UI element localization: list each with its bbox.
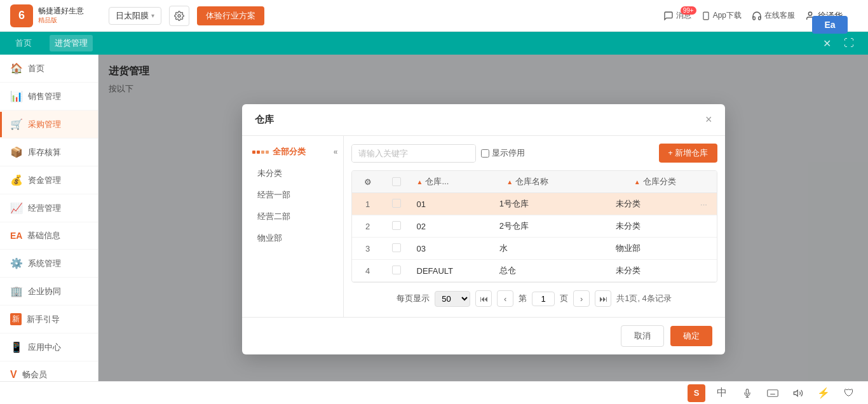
row-check-3[interactable] (384, 238, 409, 259)
sidebar-item-system[interactable]: ⚙️ 系统管理 (0, 250, 98, 278)
settings-icon-btn[interactable] (169, 6, 189, 26)
sidebar-item-guide[interactable]: 新 新手引导 (0, 306, 98, 333)
row-code-1: 01 (409, 194, 492, 214)
cancel-button[interactable]: 取消 (621, 325, 664, 347)
next-page-btn[interactable]: › (573, 290, 590, 307)
confirm-button[interactable]: 确定 (670, 326, 712, 346)
table-toolbar: 🔍 显示停用 + 新增仓库 (351, 144, 717, 163)
online-service-btn[interactable]: 在线客服 (752, 10, 795, 21)
page-total: 共1页, 4条记录 (616, 293, 672, 304)
modal-close-icon[interactable]: × (705, 113, 712, 126)
keyboard-icon[interactable] (764, 384, 782, 402)
mic-icon[interactable] (738, 384, 756, 402)
prev-page-btn[interactable]: ‹ (497, 290, 513, 307)
category-item-1[interactable]: 经营一部 (242, 184, 343, 206)
power-icon[interactable]: ⚡ (815, 384, 832, 402)
category-item-0[interactable]: 未分类 (242, 163, 343, 184)
sub-header: 首页 进货管理 ✕ ⛶ (0, 32, 868, 55)
table-row[interactable]: 3 03 水 物业部 (352, 238, 717, 260)
row-actions-4[interactable] (691, 266, 716, 276)
row-category-1: 未分类 (608, 193, 691, 215)
search-box: 🔍 (351, 144, 477, 163)
row-check-1[interactable] (384, 194, 409, 215)
row-actions-2[interactable] (691, 221, 716, 231)
try-industry-btn[interactable]: 体验行业方案 (197, 6, 264, 25)
row-actions-1[interactable]: ··· (691, 194, 716, 214)
sidebar-item-purchase[interactable]: 🛒 采购管理 (0, 111, 98, 138)
category-item-3[interactable]: 物业部 (242, 227, 343, 249)
guide-icon: 新 (10, 313, 22, 325)
first-page-btn[interactable]: ⏮ (475, 290, 492, 307)
header-center: 日太阳膜 ▾ 体验行业方案 (109, 6, 663, 26)
category-dots-icon (252, 151, 269, 154)
message-btn[interactable]: 消息 99+ (663, 10, 691, 21)
system-icon: ⚙️ (10, 257, 23, 269)
sidebar-label-system: 系统管理 (28, 258, 61, 269)
modal-backdrop: 仓库 × 全部分类 « (98, 55, 868, 404)
row-checkbox-1[interactable] (392, 199, 401, 208)
sidebar-label-guide: 新手引导 (27, 314, 60, 325)
sidebar-label-enterprise: 企业协同 (28, 286, 61, 297)
row-category-4: 未分类 (608, 260, 691, 281)
select-all-checkbox[interactable] (392, 177, 401, 186)
sidebar-item-sales[interactable]: 📊 销售管理 (0, 83, 98, 111)
row-more-icon-1[interactable]: ··· (700, 199, 707, 209)
search-icon[interactable]: 🔍 (471, 145, 477, 162)
volume-icon[interactable] (789, 384, 807, 402)
sidebar-item-operation[interactable]: 📈 经营管理 (0, 194, 98, 222)
row-category-3: 物业部 (608, 238, 691, 259)
pagination-bar: 每页显示 50 100 200 ⏮ ‹ 第 页 › (351, 283, 717, 309)
collapse-icon[interactable]: « (334, 147, 338, 156)
search-input[interactable] (352, 145, 471, 162)
svg-rect-1 (703, 12, 709, 20)
show-disabled-checkbox[interactable]: 显示停用 (481, 147, 525, 159)
show-disabled-input[interactable] (481, 149, 489, 158)
sort-icon-category: ▲ (634, 178, 641, 185)
window-expand-icon[interactable]: ⛶ (840, 36, 858, 50)
chinese-input-icon[interactable]: 中 (713, 384, 731, 402)
row-index-4: 4 (352, 261, 384, 281)
sidebar-item-stock[interactable]: 📦 库存核算 (0, 138, 98, 166)
shield-icon[interactable]: 🛡 (840, 384, 858, 402)
sidebar-item-fund[interactable]: 💰 资金管理 (0, 166, 98, 194)
category-item-2[interactable]: 经营二部 (242, 206, 343, 227)
sidebar-label-stock: 库存核算 (28, 147, 61, 158)
table-row[interactable]: 4 DEFAULT 总仓 未分类 (352, 260, 717, 282)
tab-home[interactable]: 首页 (10, 35, 37, 51)
row-checkbox-2[interactable] (392, 221, 401, 230)
per-page-select[interactable]: 50 100 200 (435, 291, 470, 307)
table-row[interactable]: 1 01 1号仓库 未分类 ··· (352, 193, 717, 215)
row-check-4[interactable] (384, 260, 409, 281)
row-actions-3[interactable] (691, 243, 716, 253)
gear-icon-th[interactable]: ⚙ (364, 177, 372, 187)
sidebar-label-basic: 基础信息 (27, 230, 60, 241)
app-download-btn[interactable]: App下载 (702, 10, 742, 21)
sidebar-label-operation: 经营管理 (28, 203, 61, 214)
row-checkbox-3[interactable] (392, 243, 401, 252)
page-number-input[interactable] (532, 292, 555, 306)
th-name: ▲ 仓库名称 (499, 171, 627, 192)
ea-badge[interactable]: Ea (812, 16, 848, 34)
sidebar-label-member: 畅会员 (22, 369, 47, 380)
tab-purchase[interactable]: 进货管理 (50, 35, 93, 51)
sidebar-item-enterprise[interactable]: 🏢 企业协同 (0, 278, 98, 306)
sidebar-item-app[interactable]: 📱 应用中心 (0, 333, 98, 361)
sidebar-item-home[interactable]: 🏠 首页 (0, 55, 98, 83)
row-name-4: 总仓 (492, 260, 608, 281)
operation-icon: 📈 (10, 202, 23, 214)
sidebar-item-basic[interactable]: EA 基础信息 (0, 222, 98, 250)
sort-icon-name: ▲ (506, 178, 513, 185)
th-code: ▲ 仓库... (409, 171, 499, 192)
store-selector[interactable]: 日太阳膜 ▾ (109, 7, 161, 25)
all-category-header[interactable]: 全部分类 « (242, 141, 343, 163)
th-index: ⚙ (352, 171, 384, 192)
last-page-btn[interactable]: ⏭ (595, 290, 611, 307)
window-close-icon[interactable]: ✕ (819, 36, 835, 51)
row-checkbox-4[interactable] (392, 266, 401, 274)
row-code-4: DEFAULT (409, 261, 492, 281)
table-row[interactable]: 2 02 2号仓库 未分类 (352, 215, 717, 238)
sidebar-label-app: 应用中心 (28, 342, 61, 353)
add-warehouse-btn[interactable]: + 新增仓库 (659, 144, 717, 163)
row-check-2[interactable] (384, 216, 409, 237)
sort-icon-code: ▲ (417, 178, 423, 185)
